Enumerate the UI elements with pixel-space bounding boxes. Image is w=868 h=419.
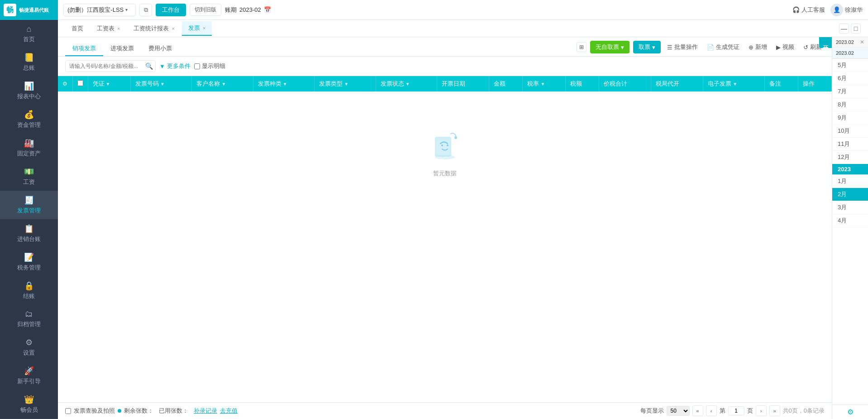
sidebar-item-settings[interactable]: ⚙ 设置 <box>0 333 58 361</box>
sub-tab-sales-invoice[interactable]: 销项发票 <box>65 42 103 56</box>
sidebar-item-funds[interactable]: 💰 资金管理 <box>0 105 58 134</box>
video-button[interactable]: ▶ 视频 <box>773 41 797 53</box>
maximize-button[interactable]: □ <box>851 24 861 34</box>
search-icon[interactable]: 🔍 <box>145 63 153 70</box>
batch-op-label: 批量操作 <box>674 43 698 51</box>
sidebar-item-newbie[interactable]: 🚀 新手引导 <box>0 361 58 390</box>
new-button[interactable]: ⊕ 新增 <box>746 41 770 53</box>
date-panel-item-2023-2[interactable]: 2月 <box>832 188 868 201</box>
generate-cert-label: 生成凭证 <box>716 43 739 51</box>
search-input[interactable] <box>65 60 156 72</box>
show-detail-checkbox[interactable]: 显示明细 <box>194 62 225 70</box>
sort-invoice-type-icon[interactable]: ▼ <box>283 82 287 87</box>
batch-op-button[interactable]: ☰ 批量操作 <box>664 41 701 53</box>
sidebar-item-tax[interactable]: 📝 税务管理 <box>0 248 58 276</box>
date-panel-close-button[interactable]: ✕ <box>860 39 864 45</box>
sort-invoice-cat-icon[interactable]: ▼ <box>344 82 348 87</box>
tab-bar: 首页 工资表 × 工资统计报表 × 发票 × — □ <box>58 20 868 37</box>
sidebar-item-salary[interactable]: 💵 工资 <box>0 162 58 191</box>
date-panel-item-12[interactable]: 12月 <box>832 151 868 164</box>
date-panel-item-2023-4[interactable]: 4月 <box>832 214 868 227</box>
date-panel-item-9[interactable]: 9月 <box>832 111 868 125</box>
verify-checkbox[interactable] <box>65 408 71 414</box>
date-panel-gear-icon[interactable]: ⚙ <box>847 408 854 416</box>
tab-home[interactable]: 首页 <box>65 22 90 35</box>
date-panel-header-section: 2023.02 ✕ 2023.02 <box>832 37 868 59</box>
sort-cert-icon[interactable]: ▼ <box>106 82 110 87</box>
company-selector[interactable]: (勿删）江西股宝-LSS ▾ <box>63 4 136 16</box>
svg-point-5 <box>454 136 457 139</box>
logo-text: 畅捷通易代账 <box>19 7 49 13</box>
date-panel-item-10[interactable]: 10月 <box>832 125 868 138</box>
add-record-button[interactable]: 补录记录 <box>194 407 217 415</box>
sort-invoice-no-icon[interactable]: ▼ <box>160 82 165 87</box>
generate-cert-button[interactable]: 📄 生成凭证 <box>704 41 742 53</box>
minimize-button[interactable]: — <box>839 24 849 34</box>
refresh-icon: ↺ <box>803 44 808 51</box>
date-panel-item-8[interactable]: 8月 <box>832 98 868 111</box>
sidebar-item-home[interactable]: ⌂ 首页 <box>0 20 58 48</box>
sidebar-item-member[interactable]: 👑 畅会员 <box>0 390 58 419</box>
switch-old-version-button[interactable]: 切到旧版 <box>190 4 221 16</box>
col-amount: 金额 <box>489 76 523 92</box>
tab-salary-stats[interactable]: 工资统计报表 × <box>127 22 181 35</box>
sidebar-item-archive[interactable]: 🗂 归档管理 <box>0 305 58 333</box>
tab-salary-table-close[interactable]: × <box>117 26 120 31</box>
date-panel-item-11[interactable]: 11月 <box>832 138 868 151</box>
sidebar-item-tax-label: 税务管理 <box>17 264 41 272</box>
open-period-label: 开账日期 <box>822 41 829 44</box>
sidebar-item-reports-label: 报表中心 <box>17 92 41 101</box>
sub-tab-purchase-invoice[interactable]: 进项发票 <box>103 42 141 56</box>
tab-salary-stats-close[interactable]: × <box>172 26 174 31</box>
workbench-button[interactable]: 工作台 <box>156 4 186 16</box>
no-deduct-label: 无自取票 <box>596 43 619 51</box>
sidebar-item-assets-label: 固定资产 <box>17 149 41 158</box>
prev-page-button[interactable]: ‹ <box>706 405 717 416</box>
invoices-icon: 🧾 <box>24 195 34 205</box>
date-panel-item-5[interactable]: 5月 <box>832 59 868 72</box>
date-panel-item-2023-3[interactable]: 3月 <box>832 201 868 214</box>
sidebar-item-sales[interactable]: 📋 进销台账 <box>0 219 58 248</box>
sub-tabs: 销项发票 进项发票 费用小票 ⊞ 无自取票 ▾ 取票 <box>58 37 832 57</box>
toolbar-left: 🔍 ▼ 更多条件 显示明细 <box>65 60 825 72</box>
column-settings-icon[interactable]: ⊞ <box>577 42 587 52</box>
sort-customer-icon[interactable]: ▼ <box>221 82 226 87</box>
date-panel-item-7[interactable]: 7月 <box>832 85 868 98</box>
open-period-button[interactable]: 开账日期 <box>819 37 832 48</box>
customer-service-button[interactable]: 🎧 人工客服 <box>792 6 825 14</box>
date-panel-bottom: ⚙ <box>832 405 868 419</box>
more-conditions-button[interactable]: ▼ 更多条件 <box>159 62 191 70</box>
verify-label: 发票查验及拍照 <box>74 407 115 415</box>
next-page-button[interactable]: › <box>756 405 767 416</box>
sort-e-invoice-icon[interactable]: ▼ <box>733 82 737 87</box>
tab-salary-table[interactable]: 工资表 × <box>91 22 126 35</box>
last-page-button[interactable]: » <box>769 405 780 416</box>
sidebar-item-closing[interactable]: 🔒 结账 <box>0 276 58 305</box>
sidebar-item-ledger[interactable]: 📒 总账 <box>0 48 58 77</box>
tab-invoices-close[interactable]: × <box>203 25 205 31</box>
get-ticket-button[interactable]: 取票 ▾ <box>633 41 661 53</box>
sidebar-item-salary-label: 工资 <box>23 178 35 186</box>
new-label: 新增 <box>755 43 767 51</box>
sub-tab-expense-receipt[interactable]: 费用小票 <box>141 42 179 56</box>
date-panel-item-6[interactable]: 6月 <box>832 72 868 85</box>
date-panel-item-2023-1[interactable]: 1月 <box>832 175 868 188</box>
user-menu[interactable]: 👤 徐溆华 <box>830 4 863 16</box>
tab-invoices[interactable]: 发票 × <box>182 21 212 36</box>
no-deduct-button[interactable]: 无自取票 ▾ <box>590 41 630 53</box>
sidebar-item-newbie-label: 新手引导 <box>17 377 41 385</box>
page-input[interactable] <box>728 406 744 415</box>
change-package-button[interactable]: 去充值 <box>220 407 238 415</box>
copy-icon: ⧉ <box>144 6 148 14</box>
select-all-checkbox[interactable] <box>77 80 83 86</box>
sidebar-item-reports[interactable]: 📊 报表中心 <box>0 77 58 105</box>
sidebar-item-assets[interactable]: 🏭 固定资产 <box>0 134 58 162</box>
copy-button[interactable]: ⧉ <box>139 4 152 16</box>
sidebar-item-invoices[interactable]: 🧾 发票管理 <box>0 191 58 219</box>
empty-state: 暂元数据 <box>58 92 832 214</box>
sort-invoice-status-icon[interactable]: ▼ <box>405 82 410 87</box>
first-page-button[interactable]: « <box>692 405 703 416</box>
sort-tax-rate-icon[interactable]: ▼ <box>540 82 545 87</box>
show-detail-input[interactable] <box>194 63 200 69</box>
page-size-select[interactable]: 50 20 100 <box>667 406 690 416</box>
